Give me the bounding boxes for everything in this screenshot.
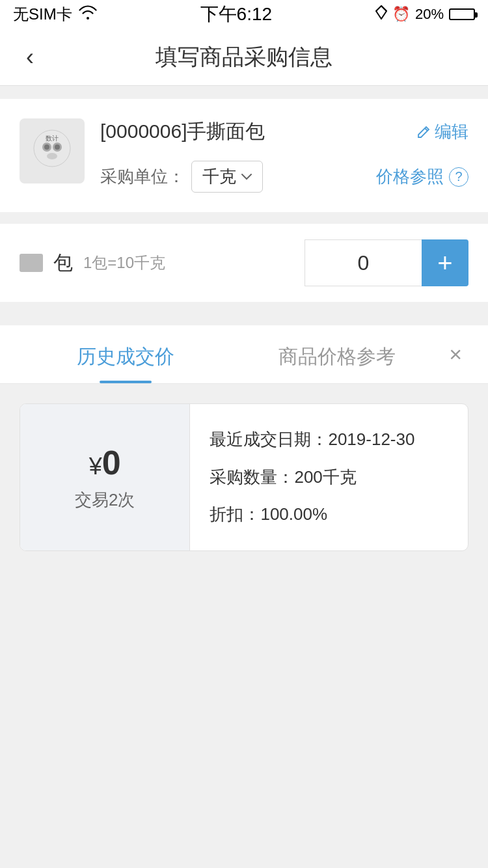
- price-history-card: ¥0 交易2次 最近成交日期：2019-12-30 采购数量：200千克 折扣：…: [20, 403, 468, 551]
- svg-line-0: [381, 6, 386, 11]
- edit-label: 编辑: [435, 120, 468, 143]
- svg-text:数计: 数计: [46, 135, 59, 142]
- page-title: 填写商品采购信息: [156, 42, 332, 72]
- tab-price-ref[interactable]: 商品价格参考: [231, 325, 442, 383]
- tab-close-button[interactable]: ×: [442, 335, 468, 373]
- tab-price-ref-label: 商品价格参考: [278, 346, 396, 367]
- product-info: [0000006]手撕面包 编辑 采购单位： 千克: [100, 118, 468, 193]
- price-trades: 交易2次: [75, 489, 135, 511]
- unit-value: 千克: [202, 165, 236, 188]
- recent-date-row: 最近成交日期：2019-12-30: [210, 426, 448, 454]
- price-details: 最近成交日期：2019-12-30 采购数量：200千克 折扣：100.00%: [190, 404, 468, 550]
- qty-control: 0 +: [305, 239, 468, 286]
- status-right: ⏰ 20%: [375, 5, 475, 23]
- recent-date-value: 2019-12-30: [328, 429, 414, 449]
- tab-history-price[interactable]: 历史成交价: [20, 325, 231, 383]
- price-ref-label: 价格参照: [376, 165, 444, 188]
- plus-icon: +: [437, 249, 452, 278]
- discount-row: 折扣：100.00%: [210, 501, 448, 528]
- product-header: 数计 [0000006]手撕面包 编辑 采购单位： 千: [20, 118, 468, 193]
- purchase-qty-row: 采购数量：200千克: [210, 464, 448, 491]
- back-button[interactable]: ‹: [20, 37, 40, 77]
- product-thumbnail: 数计: [20, 118, 85, 183]
- price-amount: ¥0: [89, 443, 121, 482]
- discount-label: 折扣：: [210, 504, 260, 524]
- tabs-bar: 历史成交价 商品价格参考 ×: [0, 325, 488, 384]
- sim-label: 无SIM卡: [13, 4, 72, 25]
- qty-value: 0: [358, 251, 370, 275]
- discount-value: 100.00%: [260, 504, 327, 524]
- product-card: 数计 [0000006]手撕面包 编辑 采购单位： 千: [0, 99, 488, 212]
- battery-percent: 20%: [415, 6, 444, 23]
- price-ref-button[interactable]: 价格参照 ?: [376, 165, 468, 188]
- unit-label: 采购单位：: [100, 165, 185, 188]
- qty-plus-button[interactable]: +: [422, 239, 468, 286]
- nav-bar: ‹ 填写商品采购信息: [0, 29, 488, 86]
- alarm-icon: ⏰: [392, 6, 410, 23]
- price-summary: ¥0 交易2次: [20, 404, 190, 550]
- unit-select[interactable]: 千克: [191, 161, 263, 193]
- product-full-name: [0000006]手撕面包: [100, 118, 265, 145]
- currency-symbol: ¥: [89, 453, 102, 480]
- pkg-info: 包 1包=10千克: [20, 250, 165, 277]
- help-icon: ?: [449, 167, 468, 187]
- svg-point-5: [55, 144, 60, 150]
- location-icon: [375, 5, 387, 23]
- wifi-icon: [79, 5, 97, 23]
- separator-1: [0, 212, 488, 223]
- svg-point-6: [47, 153, 57, 159]
- svg-point-4: [44, 144, 49, 150]
- product-thumb-icon: 数计: [33, 129, 72, 174]
- status-bar: 无SIM卡 下午6:12 ⏰ 20%: [0, 0, 488, 29]
- price-number: 0: [102, 444, 121, 481]
- product-name-row: [0000006]手撕面包 编辑: [100, 118, 468, 145]
- edit-button[interactable]: 编辑: [416, 120, 468, 143]
- battery-icon: [449, 8, 475, 20]
- tab-history-label: 历史成交价: [77, 346, 174, 367]
- pkg-icon: [20, 254, 43, 272]
- pkg-label: 包: [53, 250, 73, 277]
- purchase-qty-value: 200千克: [294, 467, 356, 487]
- qty-input[interactable]: 0: [305, 239, 422, 286]
- status-time: 下午6:12: [200, 2, 273, 27]
- unit-row: 采购单位： 千克 价格参照 ?: [100, 161, 468, 193]
- pkg-convert: 1包=10千克: [83, 252, 165, 273]
- separator-2: [0, 302, 488, 312]
- status-left: 无SIM卡: [13, 4, 97, 25]
- purchase-qty-label: 采购数量：: [210, 467, 294, 487]
- quantity-row: 包 1包=10千克 0 +: [0, 224, 488, 302]
- recent-date-label: 最近成交日期：: [210, 429, 328, 449]
